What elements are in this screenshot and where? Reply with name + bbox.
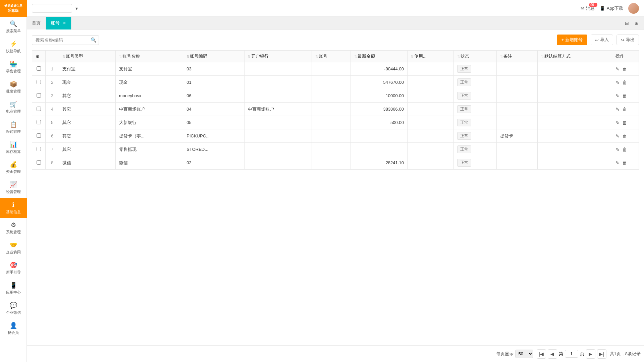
row-status: 正常 [453, 116, 496, 129]
col-settings[interactable]: ⚙ [32, 51, 46, 62]
edit-button[interactable]: ✎ [615, 120, 620, 125]
sidebar-item-operations[interactable]: 📈 经营管理 [0, 178, 27, 198]
edit-button[interactable]: ✎ [615, 66, 620, 72]
sidebar-item-newbie[interactable]: 🎯 新手引导 [0, 258, 27, 278]
edit-button[interactable]: ✎ [615, 147, 620, 152]
row-remark [497, 103, 538, 116]
edit-button[interactable]: ✎ [615, 107, 620, 112]
sidebar-item-wechat[interactable]: 💬 企业微信 [0, 298, 27, 318]
row-checkbox[interactable] [37, 80, 41, 84]
row-usage [407, 62, 453, 76]
tab-maximize-button[interactable]: ⊞ [633, 19, 641, 27]
col-bank[interactable]: ⇅开户银行 [244, 51, 312, 62]
delete-button[interactable]: 🗑 [622, 107, 627, 112]
user-avatar[interactable] [628, 3, 639, 14]
tab-home[interactable]: 首页 [27, 17, 46, 29]
row-status: 正常 [453, 156, 496, 170]
sidebar-item-purchase[interactable]: 📋 采购管理 [0, 117, 27, 137]
row-checkbox[interactable] [37, 133, 41, 138]
prev-page-button[interactable]: ◀ [548, 349, 557, 359]
col-account[interactable]: ⇅账号 [312, 51, 351, 62]
message-button[interactable]: ✉ 消息 99+ [581, 5, 595, 11]
row-checkbox-cell[interactable] [32, 156, 46, 170]
sidebar-item-wholesale[interactable]: 📦 批发管理 [0, 77, 27, 97]
delete-button[interactable]: 🗑 [622, 120, 627, 125]
sidebar-item-app-center[interactable]: 📱 应用中心 [0, 278, 27, 298]
col-code[interactable]: ⇅账号编码 [183, 51, 244, 62]
row-checkbox-cell[interactable] [32, 116, 46, 129]
row-num: 3 [46, 89, 59, 103]
main-area: ▾ ✉ 消息 99+ 📱 App下载 首页 账号 ✕ ⊟ ⊞ [27, 0, 644, 362]
tab-accounts[interactable]: 账号 ✕ [46, 17, 71, 29]
col-status[interactable]: ⇅状态 [453, 51, 496, 62]
col-name[interactable]: ⇅账号名称 [115, 51, 183, 62]
row-checkbox[interactable] [37, 160, 41, 165]
row-checkbox-cell[interactable] [32, 129, 46, 143]
row-checkbox-cell[interactable] [32, 143, 46, 156]
row-default-payment [538, 89, 612, 103]
app-logo[interactable]: 畅捷通好生意 乐意版 [0, 0, 27, 17]
row-type: 其它 [59, 103, 116, 116]
col-balance[interactable]: ⇅最新余额 [351, 51, 408, 62]
last-page-button[interactable]: ▶| [597, 349, 606, 359]
wholesale-icon: 📦 [10, 80, 17, 88]
account-search-input[interactable] [32, 35, 99, 45]
delete-button[interactable]: 🗑 [622, 80, 627, 85]
col-default-payment[interactable]: ⇅默认结算方式 [538, 51, 612, 62]
dropdown-button[interactable]: ▾ [75, 6, 78, 11]
sidebar-item-search[interactable]: 🔍 搜索菜单 [0, 17, 27, 37]
delete-button[interactable]: 🗑 [622, 147, 627, 152]
table-row: 5 其它 大新银行 05 500.00 正常 ✎ 🗑 [32, 116, 639, 129]
sidebar-item-ecommerce[interactable]: 🛒 电商管理 [0, 97, 27, 117]
page-size-select[interactable]: 50 20 100 [515, 350, 533, 358]
sidebar-item-basic[interactable]: ℹ 基础信息 [0, 198, 27, 218]
row-balance: 28241.10 [351, 156, 408, 170]
global-search-input[interactable] [32, 4, 72, 13]
sidebar-item-finance[interactable]: 💰 资金管理 [0, 158, 27, 178]
sidebar-item-quick-nav[interactable]: ⚡ 快捷导航 [0, 37, 27, 57]
page-number-input[interactable] [565, 350, 578, 358]
sidebar-item-retail[interactable]: 🏪 零售管理 [0, 57, 27, 77]
tab-close-accounts[interactable]: ✕ [63, 21, 66, 25]
export-button[interactable]: ↪ 导出 [616, 35, 639, 45]
import-button[interactable]: ↩ 导入 [591, 35, 613, 45]
row-name: 中百商场账户 [115, 103, 183, 116]
col-type[interactable]: ⇅账号类型 [59, 51, 116, 62]
first-page-button[interactable]: |◀ [537, 349, 546, 359]
sidebar-item-system[interactable]: ⚙ 系统管理 [0, 218, 27, 238]
row-checkbox[interactable] [37, 107, 41, 111]
row-checkbox-cell[interactable] [32, 62, 46, 76]
row-account [312, 103, 351, 116]
page-total-info: 共1页，8条记录 [610, 351, 641, 357]
row-balance: 547670.00 [351, 76, 408, 89]
row-checkbox-cell[interactable] [32, 76, 46, 89]
col-remark[interactable]: ⇅备注 [497, 51, 538, 62]
sidebar-item-inventory[interactable]: 📊 库存核算 [0, 137, 27, 158]
edit-button[interactable]: ✎ [615, 133, 620, 139]
account-search-button[interactable]: 🔍 [91, 37, 96, 43]
row-checkbox-cell[interactable] [32, 89, 46, 103]
col-usage[interactable]: ⇅使用... [407, 51, 453, 62]
sidebar-item-member[interactable]: 👤 畅会员 [0, 318, 27, 339]
row-checkbox[interactable] [37, 147, 41, 151]
delete-button[interactable]: 🗑 [622, 160, 627, 166]
next-page-button[interactable]: ▶ [586, 349, 595, 359]
delete-button[interactable]: 🗑 [622, 133, 627, 139]
edit-button[interactable]: ✎ [615, 160, 620, 166]
sidebar-item-enterprise[interactable]: 🤝 企业协同 [0, 238, 27, 258]
tab-minimize-button[interactable]: ⊟ [623, 19, 631, 27]
edit-button[interactable]: ✎ [615, 93, 620, 99]
row-checkbox[interactable] [37, 120, 41, 124]
edit-button[interactable]: ✎ [615, 80, 620, 85]
row-checkbox[interactable] [37, 66, 41, 71]
row-checkbox[interactable] [37, 93, 41, 98]
row-default-payment [538, 129, 612, 143]
delete-button[interactable]: 🗑 [622, 66, 627, 72]
row-checkbox-cell[interactable] [32, 103, 46, 116]
row-account [312, 129, 351, 143]
tab-controls: ⊟ ⊞ [623, 19, 644, 27]
add-account-button[interactable]: + 新增账号 [557, 35, 587, 45]
export-icon: ↪ [621, 38, 625, 43]
app-download-button[interactable]: 📱 App下载 [600, 5, 623, 11]
delete-button[interactable]: 🗑 [622, 93, 627, 99]
